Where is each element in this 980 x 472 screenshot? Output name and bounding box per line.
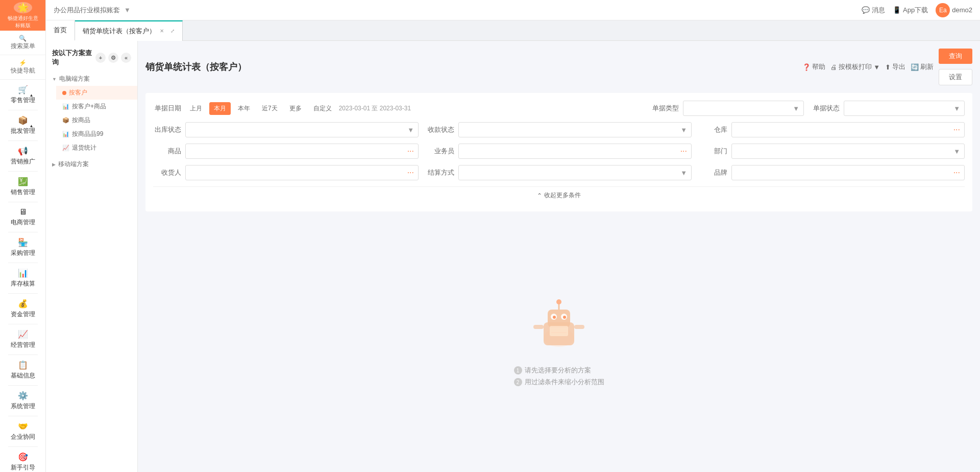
warehouse-control[interactable]: ··· — [731, 122, 965, 137]
receipt-type-control[interactable]: ▼ — [683, 101, 804, 116]
sidebar-item-icon: 🛒 — [18, 85, 28, 95]
filter-receipt-type: 单据类型 ▼ — [651, 101, 804, 116]
date-label: 单据日期 — [153, 104, 181, 113]
date-this-year[interactable]: 本年 — [233, 102, 255, 115]
sidebar-item-marketing[interactable]: 📢营销推广 — [8, 141, 38, 172]
scheme-group-mobile-label: 移动端方案 — [58, 160, 89, 169]
scheme-item-by-product-99-label: 按商品品99 — [72, 130, 103, 138]
date-last-7[interactable]: 近7天 — [257, 102, 282, 115]
scheme-item-returns[interactable]: 📈 退货统计 — [56, 141, 137, 155]
sidebar-item-inventory[interactable]: 📊库存核算 — [8, 263, 38, 294]
tab-sales-stat-label: 销货单统计表（按客户） — [83, 27, 156, 36]
sidebar-item-label: 资金管理 — [11, 310, 35, 319]
sidebar-item-icon: 🏪 — [18, 238, 28, 247]
tab-home[interactable]: 首页 — [46, 20, 75, 41]
message-btn[interactable]: 💬 消息 — [862, 6, 885, 15]
content-area: 按以下方案查询 + ⚙ « ▼ 电脑端方案 按客户 — [46, 41, 980, 472]
scheme-item-by-product[interactable]: 📦 按商品 — [56, 113, 137, 127]
brand-dots: ··· — [953, 168, 960, 177]
app-download-btn[interactable]: 📱 App下载 — [893, 6, 928, 15]
svg-rect-10 — [574, 325, 584, 329]
sidebar-item-label: 基础信息 — [11, 371, 35, 380]
help-icon: ❓ — [802, 63, 811, 71]
quick-nav-label: 快捷导航 — [11, 66, 35, 75]
date-custom[interactable]: 自定义 — [309, 102, 336, 115]
active-dot — [62, 91, 66, 95]
query-button[interactable]: 查询 — [939, 49, 972, 64]
sidebar-item-ecommerce[interactable]: 🖥电商管理 — [8, 202, 38, 232]
app-download-label: App下载 — [903, 6, 928, 15]
sidebar-item-wholesale[interactable]: 📦批发管理 — [8, 110, 38, 141]
sidebar: 🌟 畅捷通好生意 标账版 🔍 搜索菜单 ⚡ 快捷导航 🛒零售管理📦批发管理📢营销… — [0, 0, 46, 472]
product-dots: ··· — [407, 147, 414, 156]
receiver-control[interactable]: ··· — [185, 165, 419, 180]
date-this-month[interactable]: 本月 — [209, 102, 231, 115]
tab-sales-stat[interactable]: 销货单统计表（按客户） ✕ ⤢ — [75, 20, 183, 41]
date-more[interactable]: 更多 — [285, 102, 306, 115]
topbar-right: 💬 消息 📱 App下载 Ea demo2 — [862, 3, 972, 17]
sidebar-item-system[interactable]: ⚙️系统管理 — [8, 386, 38, 416]
scheme-settings-icon[interactable]: ⚙ — [108, 53, 118, 63]
help-btn[interactable]: ❓ 帮助 — [802, 62, 825, 72]
sidebar-item-label: 新手引导 — [11, 463, 35, 472]
receipt-status-label: 单据状态 — [812, 104, 840, 113]
receipt-status-control[interactable]: ▼ — [844, 101, 965, 116]
sidebar-item-purchase[interactable]: 🏪采购管理 — [8, 232, 38, 263]
payment-status-control[interactable]: ▼ — [458, 122, 692, 137]
query-settings-group: 查询 设置 — [939, 49, 972, 85]
settlement-arrow: ▼ — [680, 169, 687, 177]
sidebar-item-icon: 🎯 — [18, 452, 28, 462]
export-btn[interactable]: ⬆ 导出 — [885, 62, 905, 72]
tab-maximize-icon[interactable]: ⤢ — [170, 28, 175, 34]
page-actions: ❓ 帮助 🖨 按模板打印 ▼ ⬆ 导出 🔄 刷新 — [802, 49, 972, 85]
tip-num-1: 1 — [514, 366, 522, 374]
sidebar-item-label: 销售管理 — [11, 188, 35, 197]
scheme-group-mobile-title[interactable]: ▶ 移动端方案 — [46, 157, 137, 171]
sidebar-item-retail[interactable]: 🛒零售管理 — [8, 80, 38, 110]
sidebar-item-operations[interactable]: 📈经营管理 — [8, 324, 38, 355]
scheme-item-by-customer[interactable]: 按客户 — [56, 86, 137, 100]
receipt-status-arrow: ▼ — [953, 105, 960, 112]
refresh-label: 刷新 — [920, 62, 934, 72]
filter-receiver: 收货人 ··· — [153, 165, 419, 180]
salesperson-control[interactable]: ··· — [458, 144, 692, 159]
brand-control[interactable]: ··· — [731, 165, 965, 180]
sidebar-item-enterprise[interactable]: 🤝企业协同 — [8, 416, 38, 447]
industry-label: 办公用品行业模拟账套 — [54, 6, 120, 15]
out-status-control[interactable]: ▼ — [185, 122, 419, 137]
topbar-left: 办公用品行业模拟账套 ▼ — [54, 6, 131, 15]
sidebar-quick-nav[interactable]: ⚡ 快捷导航 — [0, 55, 45, 80]
topbar: 办公用品行业模拟账套 ▼ 💬 消息 📱 App下载 Ea demo2 — [46, 0, 980, 20]
sidebar-item-label: 电商管理 — [11, 218, 35, 227]
product-control[interactable]: ··· — [185, 144, 419, 159]
department-control[interactable]: ▼ — [731, 144, 965, 159]
refresh-btn[interactable]: 🔄 刷新 — [911, 62, 934, 72]
scheme-item-by-product-99[interactable]: 📊 按商品品99 — [56, 127, 137, 141]
scheme-collapse-icon[interactable]: « — [121, 53, 131, 63]
sidebar-search[interactable]: 🔍 搜索菜单 — [0, 31, 45, 55]
print-icon: 🖨 — [830, 63, 837, 71]
settlement-control[interactable]: ▼ — [458, 165, 692, 180]
receiver-dots: ··· — [407, 168, 414, 177]
scheme-add-icon[interactable]: + — [95, 53, 106, 63]
user-area[interactable]: Ea demo2 — [936, 3, 972, 17]
scheme-group-desktop-title[interactable]: ▼ 电脑端方案 — [46, 72, 137, 86]
template-print-btn[interactable]: 🖨 按模板打印 ▼ — [830, 62, 880, 72]
filter-warehouse: 仓库 ··· — [699, 122, 965, 137]
scheme-header-label: 按以下方案查询 — [52, 49, 95, 67]
settlement-label: 结算方式 — [426, 168, 454, 177]
settings-button[interactable]: 设置 — [939, 69, 972, 85]
tab-close-icon[interactable]: ✕ — [160, 28, 164, 34]
tabbar: 首页 销货单统计表（按客户） ✕ ⤢ — [46, 20, 980, 41]
sidebar-item-finance[interactable]: 💰资金管理 — [8, 294, 38, 324]
scheme-item-customer-product[interactable]: 📊 按客户+商品 — [56, 100, 137, 113]
tip-text-1: 请先选择要分析的方案 — [525, 366, 591, 375]
collapse-more-btn[interactable]: ⌃ 收起更多条件 — [153, 186, 965, 204]
sidebar-item-sales[interactable]: 💹销售管理 — [8, 172, 38, 202]
svg-rect-9 — [533, 325, 544, 329]
scheme-item-icon3: 📊 — [62, 131, 69, 137]
sidebar-item-icon: 📢 — [18, 146, 28, 156]
sidebar-item-newbie[interactable]: 🎯新手引导 — [8, 447, 38, 472]
date-last-month[interactable]: 上月 — [185, 102, 207, 115]
sidebar-item-basic[interactable]: 📋基础信息 — [8, 355, 38, 386]
